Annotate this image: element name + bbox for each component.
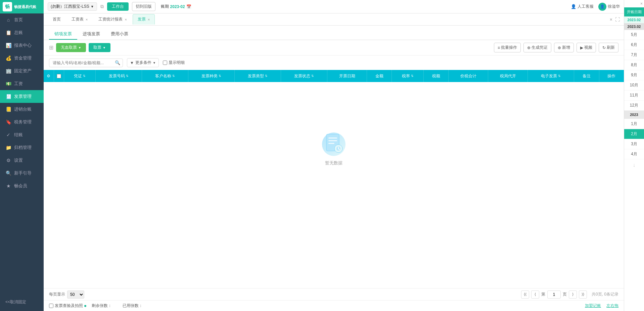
sidebar-item-reports[interactable]: 📊 报表中心 bbox=[0, 39, 44, 52]
th-tax[interactable]: 税额 bbox=[423, 70, 448, 82]
last-page-btn[interactable]: ⟩⟩ bbox=[579, 290, 587, 299]
month-11[interactable]: 11月 bbox=[624, 90, 644, 101]
batch-ops-btn[interactable]: ≡ 批量操作 bbox=[494, 43, 521, 52]
tab-payroll-stats[interactable]: 工资统计报表 × bbox=[93, 14, 132, 25]
tab-payroll-close-icon[interactable]: × bbox=[86, 17, 88, 22]
subtabs: 销项发票 进项发票 费用小票 bbox=[44, 26, 624, 40]
th-amount[interactable]: 金额 bbox=[367, 70, 392, 82]
sidebar-item-invoices[interactable]: 🧾 发票管理 bbox=[0, 90, 44, 103]
tab-invoices-close-icon[interactable]: × bbox=[148, 17, 150, 22]
search-input[interactable] bbox=[49, 59, 123, 67]
subtab-purchase[interactable]: 进项发票 bbox=[77, 29, 105, 40]
status-label: 发票状态 bbox=[294, 73, 310, 79]
company-selector[interactable]: (勿删）江西股宝-LSS ▼ bbox=[48, 2, 97, 11]
tab-invoices[interactable]: 发票 × bbox=[133, 14, 155, 25]
tab-payroll-stats-close-icon[interactable]: × bbox=[125, 17, 127, 22]
year-label-2[interactable]: 2023.02 bbox=[624, 23, 644, 30]
verify-checkbox-wrap[interactable]: 发票查验及拍照 bbox=[49, 303, 86, 309]
th-check[interactable] bbox=[54, 70, 64, 82]
month-9[interactable]: 9月 bbox=[624, 70, 644, 80]
th-voucher[interactable]: 凭证⇅ bbox=[64, 70, 95, 82]
per-page-select[interactable]: 50 20 100 bbox=[67, 290, 84, 299]
th-tax-code[interactable]: 税局代开 bbox=[488, 70, 528, 82]
sidebar-item-funds[interactable]: 💰 资金管理 bbox=[0, 52, 44, 65]
no-tax-label: 无血取票 bbox=[61, 45, 77, 50]
right-panel-close-btn[interactable]: × bbox=[624, 0, 644, 7]
sidebar-item-assets[interactable]: 🏢 固定资产 bbox=[0, 65, 44, 77]
join-link[interactable]: 加盟记账 bbox=[585, 303, 601, 309]
month-7[interactable]: 7月 bbox=[624, 50, 644, 60]
month-5[interactable]: 5月 bbox=[624, 30, 644, 40]
th-remark[interactable]: 备注 bbox=[574, 70, 599, 82]
video-btn[interactable]: ▶ 视频 bbox=[577, 43, 596, 52]
th-tax-rate[interactable]: 税率⇅ bbox=[392, 70, 423, 82]
tab-payroll[interactable]: 工资表 × bbox=[66, 14, 93, 25]
gen-voucher-btn[interactable]: ⊕ 生成凭证 bbox=[523, 43, 551, 52]
e-invoice-label: 电子发票 bbox=[541, 73, 557, 79]
sidebar-item-guide[interactable]: 🔍 新手引导 bbox=[0, 167, 44, 180]
tabsbar-close-icon[interactable]: × bbox=[610, 17, 612, 22]
sidebar-item-payroll[interactable]: 💵 工资 bbox=[0, 77, 44, 90]
th-total[interactable]: 价税合计 bbox=[449, 70, 488, 82]
sidebar-item-home[interactable]: ⌂ 首页 bbox=[0, 13, 44, 26]
feedback-link[interactable]: 左右拖 bbox=[606, 303, 618, 309]
th-invoice-no[interactable]: 发票号码⇅ bbox=[95, 70, 142, 82]
subtab-sales[interactable]: 销项发票 bbox=[49, 29, 77, 40]
sidebar-item-settings[interactable]: ⚙ 设置 bbox=[0, 154, 44, 167]
calendar-icon[interactable]: 📅 bbox=[186, 4, 191, 9]
page-input[interactable] bbox=[547, 290, 561, 299]
th-invoice-category[interactable]: 发票类型⇅ bbox=[234, 70, 281, 82]
sidebar-item-closing[interactable]: ✓ 结账 bbox=[0, 128, 44, 141]
sidebar-item-member[interactable]: ★ 畅会员 bbox=[0, 180, 44, 192]
user-profile[interactable]: 👤 徐溢华 bbox=[598, 3, 620, 11]
show-detail-checkbox[interactable]: 显示明细 bbox=[163, 60, 185, 66]
switch-version-btn[interactable]: 切到旧版 bbox=[132, 2, 155, 11]
new-btn[interactable]: ⊕ 新增 bbox=[554, 43, 574, 52]
th-customer[interactable]: 客户名称⇅ bbox=[142, 70, 188, 82]
layout-icon[interactable]: ⊞ bbox=[49, 44, 53, 51]
first-page-btn[interactable]: ⟨⟨ bbox=[521, 290, 529, 299]
filter-btn[interactable]: ▼ 更多条件 ▼ bbox=[127, 58, 159, 67]
right-panel-header[interactable]: 开账日期 bbox=[624, 7, 644, 16]
copy-icon[interactable]: ⧉ bbox=[100, 4, 104, 9]
th-invoice-type[interactable]: 发票种类⇅ bbox=[188, 70, 234, 82]
no-tax-btn[interactable]: 无血取票 ▼ bbox=[56, 43, 86, 52]
refresh-btn[interactable]: ↻ 刷新 bbox=[599, 43, 618, 52]
sidebar-item-label: 新手引导 bbox=[14, 170, 32, 176]
subtab-expense[interactable]: 费用小票 bbox=[105, 29, 134, 40]
show-detail-input[interactable] bbox=[163, 61, 167, 65]
logo-icon: 畅 bbox=[3, 2, 12, 11]
sidebar-item-ledger[interactable]: 📋 总账 bbox=[0, 26, 44, 39]
sidebar-item-archive[interactable]: 📁 归档管理 bbox=[0, 141, 44, 154]
month-1[interactable]: 1月 bbox=[624, 119, 644, 129]
sidebar-unpin-btn[interactable]: <<取消固定 bbox=[3, 297, 40, 308]
next-page-btn[interactable]: ⟩ bbox=[569, 290, 577, 299]
sort-icon: ⇅ bbox=[311, 74, 314, 78]
th-settings[interactable]: ⚙ bbox=[44, 70, 54, 82]
tab-payroll-stats-label: 工资统计报表 bbox=[98, 16, 123, 22]
tabsbar-maximize-icon[interactable]: ⛶ bbox=[615, 17, 620, 22]
verify-checkbox[interactable] bbox=[49, 304, 53, 308]
month-10[interactable]: 10月 bbox=[624, 80, 644, 90]
tab-home[interactable]: 首页 bbox=[48, 14, 66, 25]
prev-page-btn[interactable]: ⟨ bbox=[531, 290, 539, 299]
support-btn[interactable]: 👤 人工客服 bbox=[571, 4, 594, 9]
month-12[interactable]: 12月 bbox=[624, 101, 644, 111]
sidebar-item-salesledger[interactable]: 📒 进销台账 bbox=[0, 103, 44, 116]
funds-icon: 💰 bbox=[5, 55, 11, 61]
th-e-invoice[interactable]: 电子发票⇅ bbox=[528, 70, 574, 82]
take-ticket-btn[interactable]: 取票 ▼ bbox=[89, 43, 110, 52]
sidebar-item-tax[interactable]: 🔖 税务管理 bbox=[0, 116, 44, 128]
month-6[interactable]: 6月 bbox=[624, 40, 644, 50]
month-3[interactable]: 3月 bbox=[624, 139, 644, 149]
th-status[interactable]: 发票状态⇅ bbox=[281, 70, 327, 82]
workspace-btn[interactable]: 工作台 bbox=[107, 2, 129, 11]
th-open-date[interactable]: 开票日期 bbox=[327, 70, 367, 82]
per-page-label: 每页显示 bbox=[49, 291, 65, 297]
year-2022-label[interactable]: 2023.02 bbox=[624, 16, 644, 23]
down-arrow-icon[interactable]: ↓ bbox=[633, 162, 636, 168]
select-all-checkbox[interactable] bbox=[57, 74, 61, 78]
month-4[interactable]: 4月 bbox=[624, 149, 644, 159]
month-2[interactable]: 2月 bbox=[624, 129, 644, 139]
month-8[interactable]: 8月 bbox=[624, 60, 644, 70]
